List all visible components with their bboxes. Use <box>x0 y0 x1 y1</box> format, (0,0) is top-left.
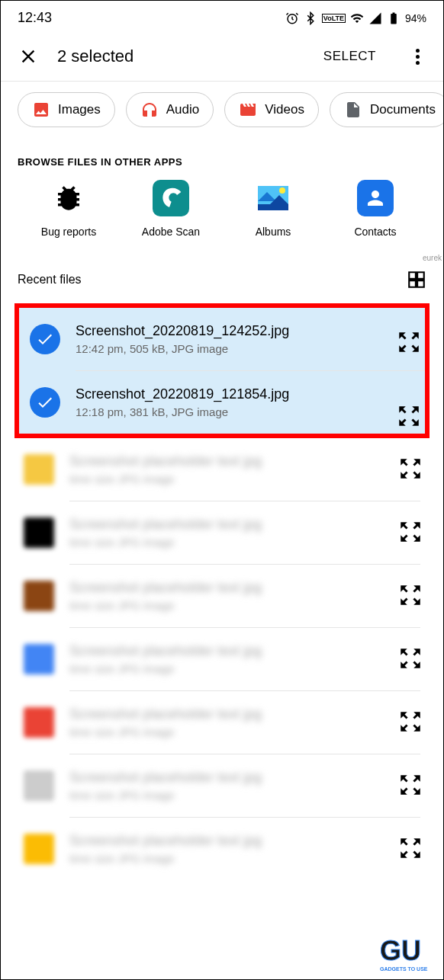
file-name: Screenshot_20220819_124252.jpg <box>76 323 414 339</box>
file-info: Screenshot placeholder text jpg time siz… <box>69 770 420 802</box>
browse-section-label: BROWSE FILES IN OTHER APPS <box>1 138 443 180</box>
expand-icon <box>396 329 422 355</box>
file-name-blurred: Screenshot placeholder text jpg <box>69 770 420 786</box>
app-albums[interactable]: Albums <box>231 180 315 238</box>
svg-point-4 <box>279 187 285 194</box>
file-meta-blurred: time size JPG image <box>69 789 420 802</box>
close-icon <box>18 46 39 67</box>
file-row-blurred[interactable]: Screenshot placeholder text jpg time siz… <box>1 565 443 627</box>
checkbox-checked[interactable] <box>30 387 60 418</box>
select-button[interactable]: SELECT <box>323 49 376 64</box>
expand-icon <box>397 456 423 482</box>
checkbox-checked[interactable] <box>30 324 60 354</box>
file-name-blurred: Screenshot placeholder text jpg <box>69 580 420 596</box>
chip-audio[interactable]: Audio <box>126 92 214 127</box>
expand-icon <box>397 835 423 861</box>
expand-icon <box>397 582 423 608</box>
chip-label: Documents <box>370 102 436 117</box>
bug-icon <box>50 180 87 216</box>
expand-button[interactable] <box>397 772 425 799</box>
expand-button[interactable] <box>397 582 425 610</box>
bluetooth-icon <box>304 11 317 25</box>
status-icons: VoLTE 94% <box>285 11 426 25</box>
albums-icon <box>255 180 291 216</box>
expand-button[interactable] <box>396 329 422 358</box>
image-icon <box>32 101 50 119</box>
highlight-annotation: Screenshot_20220819_124252.jpg 12:42 pm,… <box>14 303 430 438</box>
file-name-blurred: Screenshot placeholder text jpg <box>69 833 420 849</box>
watermark-text: eurek <box>423 254 442 262</box>
expand-button[interactable] <box>397 835 425 863</box>
gadgets-to-use-logo: GUGADGETS TO USE <box>378 930 439 975</box>
file-meta-blurred: time size JPG image <box>69 725 420 738</box>
recent-header: Recent files <box>1 256 443 303</box>
wifi-icon <box>350 11 364 25</box>
selection-count: 2 selected <box>57 46 305 66</box>
chip-label: Images <box>58 102 101 117</box>
file-row-blurred[interactable]: Screenshot placeholder text jpg time siz… <box>1 628 443 690</box>
expand-icon <box>396 403 422 429</box>
check-icon <box>36 330 54 348</box>
file-info: Screenshot placeholder text jpg time siz… <box>69 833 420 865</box>
expand-button[interactable] <box>397 709 425 736</box>
expand-button[interactable] <box>396 403 422 432</box>
file-info: Screenshot placeholder text jpg time siz… <box>69 580 420 612</box>
file-row-blurred[interactable]: Screenshot placeholder text jpg time siz… <box>1 691 443 754</box>
svg-text:GU: GU <box>380 935 421 966</box>
alarm-icon <box>285 11 299 25</box>
apps-row: Bug reports Adobe Scan Albums Contacts e… <box>1 180 443 256</box>
grid-view-button[interactable] <box>407 270 426 290</box>
volte-icon: VoLTE <box>322 14 346 23</box>
file-thumbnail <box>24 644 54 674</box>
file-row-blurred[interactable]: Screenshot placeholder text jpg time siz… <box>1 438 443 501</box>
chip-images[interactable]: Images <box>18 92 115 127</box>
file-row-blurred[interactable]: Screenshot placeholder text jpg time siz… <box>1 818 443 880</box>
file-thumbnail <box>24 454 54 485</box>
app-contacts[interactable]: Contacts <box>333 180 417 238</box>
chip-label: Audio <box>166 102 199 117</box>
app-adobe-scan[interactable]: Adobe Scan <box>129 180 213 238</box>
expand-icon <box>397 772 423 798</box>
file-row-selected[interactable]: Screenshot_20220819_121854.jpg 12:18 pm,… <box>19 371 425 434</box>
status-time: 12:43 <box>18 10 52 26</box>
check-icon <box>36 393 54 412</box>
battery-icon <box>387 11 401 25</box>
app-label: Adobe Scan <box>142 226 200 238</box>
svg-text:GADGETS TO USE: GADGETS TO USE <box>380 966 428 972</box>
grid-icon <box>407 270 426 290</box>
expand-button[interactable] <box>397 456 425 483</box>
selection-header: 2 selected SELECT <box>1 32 443 81</box>
chip-documents[interactable]: Documents <box>330 92 443 127</box>
app-bug-reports[interactable]: Bug reports <box>27 180 111 238</box>
file-name-blurred: Screenshot placeholder text jpg <box>69 706 420 722</box>
blurred-files-section: Screenshot placeholder text jpg time siz… <box>1 438 443 880</box>
file-info: Screenshot_20220819_124252.jpg 12:42 pm,… <box>76 323 414 355</box>
expand-button[interactable] <box>397 519 425 546</box>
adobe-icon <box>153 180 189 216</box>
file-info: Screenshot placeholder text jpg time siz… <box>69 517 420 549</box>
file-info: Screenshot placeholder text jpg time siz… <box>69 453 420 485</box>
file-row-blurred[interactable]: Screenshot placeholder text jpg time siz… <box>1 501 443 564</box>
file-name-blurred: Screenshot placeholder text jpg <box>69 643 420 659</box>
file-row-blurred[interactable]: Screenshot placeholder text jpg time siz… <box>1 754 443 817</box>
file-thumbnail <box>24 581 54 611</box>
file-name: Screenshot_20220819_121854.jpg <box>76 386 414 402</box>
file-meta-blurred: time size JPG image <box>69 852 420 865</box>
file-thumbnail <box>24 834 54 864</box>
more-menu-button[interactable] <box>408 47 426 66</box>
app-label: Albums <box>256 226 291 238</box>
video-icon <box>239 101 257 119</box>
contacts-icon <box>357 180 394 216</box>
file-row-selected[interactable]: Screenshot_20220819_124252.jpg 12:42 pm,… <box>19 308 425 370</box>
file-info: Screenshot placeholder text jpg time siz… <box>69 706 420 738</box>
expand-button[interactable] <box>397 645 425 673</box>
app-label: Bug reports <box>41 226 96 238</box>
category-chips: Images Audio Videos Documents <box>1 82 443 138</box>
chip-videos[interactable]: Videos <box>224 92 319 127</box>
close-button[interactable] <box>18 46 39 67</box>
status-bar: 12:43 VoLTE 94% <box>1 1 443 32</box>
file-name-blurred: Screenshot placeholder text jpg <box>69 517 420 533</box>
recent-title: Recent files <box>18 273 82 287</box>
file-thumbnail <box>24 770 54 801</box>
expand-icon <box>397 519 423 545</box>
